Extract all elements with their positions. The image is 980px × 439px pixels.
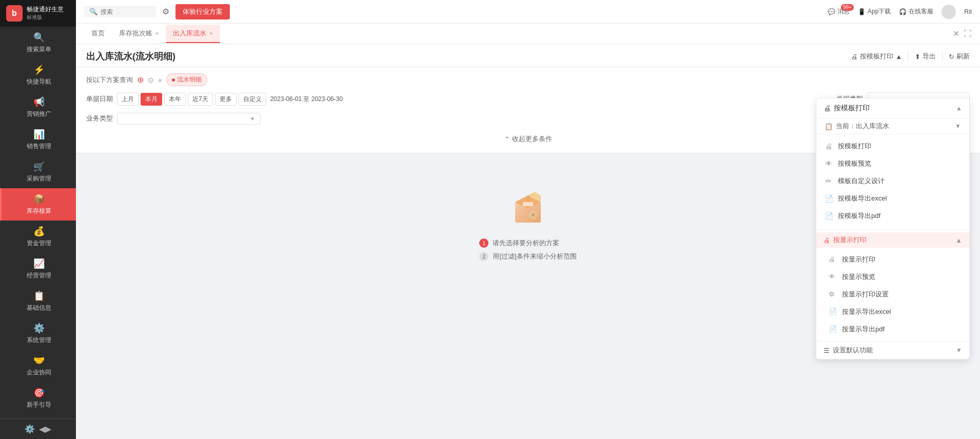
display-preview-item[interactable]: 👁 按显示预览 xyxy=(816,268,969,286)
display-print-label: 按显示打印 xyxy=(842,255,875,264)
dropdown-header: 🖨 按模板打印 ▲ xyxy=(816,98,969,118)
sidebar-item-appstore[interactable]: 🏪 应用中心 xyxy=(0,414,76,418)
user-avatar[interactable] xyxy=(942,5,956,19)
sidebar-item-operation[interactable]: 📈 经营管理 xyxy=(0,253,76,285)
app-download-button[interactable]: 📱 App下载 xyxy=(858,7,891,16)
basic-icon: 📋 xyxy=(33,290,45,302)
step2-text: 用[过滤]条件来缩小分析范围 xyxy=(493,252,576,261)
display-section-header: 🖨 按显示打印 ▲ xyxy=(816,232,969,248)
industry-solution-button[interactable]: 体验行业方案 xyxy=(175,4,230,19)
tab-home[interactable]: 首页 xyxy=(84,25,112,43)
display-print-item[interactable]: 🖨 按显示打印 xyxy=(816,251,969,268)
system-icon: ⚙️ xyxy=(33,323,45,334)
app-name-block: 畅捷通好生意 标准版 xyxy=(27,6,64,21)
prev-month-button[interactable]: 上月 xyxy=(117,93,139,106)
sidebar-item-operation-label: 经营管理 xyxy=(27,271,51,280)
refresh-button[interactable]: ↻ 刷新 xyxy=(949,52,970,61)
custom-date-button[interactable]: 自定义 xyxy=(239,93,266,106)
sidebar-scroll: 🔍 搜索菜单 ⚡ 快捷导航 📢 营销推广 📊 销售管理 🛒 采购管理 📦 库存核… xyxy=(0,27,76,418)
footer-settings[interactable]: ☰ 设置默认功能 xyxy=(824,346,873,355)
sidebar-item-system[interactable]: ⚙️ 系统管理 xyxy=(0,317,76,350)
display-settings-label: 按显示打印设置 xyxy=(842,290,889,299)
template-preview-item[interactable]: 👁 按模板预览 xyxy=(816,155,969,172)
page-title: 出入库流水(流水明细) xyxy=(86,50,175,63)
template-pdf-item[interactable]: 📄 按模板导出pdf xyxy=(816,207,969,225)
filter-settings-button[interactable]: ⊙ xyxy=(148,76,154,84)
display-pdf-label: 按显示导出pdf xyxy=(842,325,885,334)
sidebar-item-cooperation[interactable]: 🤝 企业协同 xyxy=(0,350,76,382)
online-service-button[interactable]: 🎧 在线客服 xyxy=(899,7,933,16)
dropdown-collapse-button[interactable]: ▲ xyxy=(956,105,962,112)
gear-icon[interactable]: ⚙ xyxy=(162,7,169,16)
template-section: 🖨 按模板打印 👁 按模板预览 ✏ 模板自定义设计 📄 按模板导出excel 📄 xyxy=(816,134,969,228)
export-icon: ⬆ xyxy=(915,53,920,61)
filter-tag[interactable]: 流水明细 xyxy=(166,73,207,86)
search-icon: 🔍 xyxy=(89,8,97,15)
display-section-collapse[interactable]: ▲ xyxy=(955,236,962,244)
app-download-label: App下载 xyxy=(868,7,891,16)
current-template-arrow[interactable]: ▼ xyxy=(955,123,961,130)
tabbar-actions: ✕ ⛶ xyxy=(953,29,972,38)
step1-number: 1 xyxy=(479,238,488,248)
display-print-icon: 🖨 xyxy=(829,255,837,264)
sidebar-settings-button[interactable]: ⚙️ xyxy=(25,424,35,434)
template-print-item[interactable]: 🖨 按模板打印 xyxy=(816,137,969,155)
sidebar-item-purchase[interactable]: 🛒 采购管理 xyxy=(0,156,76,188)
sidebar-item-inventory[interactable]: 📦 库存核算 xyxy=(0,188,76,221)
tab-batch-close-icon[interactable]: × xyxy=(155,30,159,36)
current-month-button[interactable]: 本月 xyxy=(141,93,162,106)
message-button[interactable]: 💬 消息 99+ xyxy=(828,7,850,16)
display-pdf-item[interactable]: 📄 按显示导出pdf xyxy=(816,321,969,338)
display-section-title: 🖨 按显示打印 xyxy=(824,235,867,245)
tab-close-button[interactable]: ✕ xyxy=(953,29,959,38)
topbar-search-box[interactable]: 🔍 xyxy=(84,6,156,17)
dropdown-footer: ☰ 设置默认功能 ▼ xyxy=(816,341,969,359)
template-custom-item[interactable]: ✏ 模板自定义设计 xyxy=(816,172,969,190)
sidebar-item-finance[interactable]: 💰 资金管理 xyxy=(0,221,76,253)
current-template-label: 当前：出入库流水 xyxy=(836,122,889,131)
tab-home-label: 首页 xyxy=(91,29,105,38)
phone-icon: 📱 xyxy=(858,8,866,15)
sidebar-item-search[interactable]: 🔍 搜索菜单 xyxy=(0,27,76,59)
username-label: Rit xyxy=(964,8,972,15)
display-excel-icon: 📄 xyxy=(829,308,837,316)
current-year-button[interactable]: 本年 xyxy=(164,93,186,106)
more-date-button[interactable]: 更多 xyxy=(215,93,237,106)
display-excel-item[interactable]: 📄 按显示导出excel xyxy=(816,303,969,321)
filter-header-text: 按以下方案查询 xyxy=(86,75,133,85)
tab-flow-close-icon[interactable]: × xyxy=(209,30,212,36)
footer-arrow: ▼ xyxy=(956,347,962,354)
sidebar-item-shortcut[interactable]: ⚡ 快捷导航 xyxy=(0,59,76,91)
display-section-title-label: 按显示打印 xyxy=(833,235,867,245)
print-template-button[interactable]: 🖨 按模板打印 ▲ xyxy=(851,52,902,61)
search-input[interactable] xyxy=(101,8,152,15)
sidebar-item-sales[interactable]: 📊 销售管理 xyxy=(0,124,76,156)
main-content: 🔍 ⚙ 体验行业方案 💬 消息 99+ 📱 App下载 🎧 在线客服 Rit xyxy=(76,0,980,439)
print-dropdown-panel: 🖨 按模板打印 ▲ 📋 当前：出入库流水 ▼ 🖨 按模板打印 xyxy=(816,98,970,360)
operation-icon: 📈 xyxy=(33,258,45,269)
display-section: 🖨 按显示打印 👁 按显示预览 ⚙ 按显示打印设置 📄 按显示导出excel 📄 xyxy=(816,248,969,341)
app-logo-icon: b xyxy=(6,5,23,22)
export-button[interactable]: ⬆ 导出 xyxy=(915,52,936,61)
last7-button[interactable]: 近7天 xyxy=(188,93,213,106)
sidebar-collapse-button[interactable]: ◀▶ xyxy=(39,424,51,434)
biztype-select[interactable]: ▼ xyxy=(117,113,261,125)
current-template-row: 📋 当前：出入库流水 ▼ xyxy=(816,118,969,134)
guide-icon: 🎯 xyxy=(33,387,45,398)
filter-collapse-button[interactable]: « xyxy=(158,76,162,84)
chevron-up-icon: ▲ xyxy=(895,53,902,61)
sidebar-item-guide[interactable]: 🎯 新手引导 xyxy=(0,382,76,414)
collapse-label: 收起更多条件 xyxy=(512,134,552,144)
sidebar-item-search-label: 搜索菜单 xyxy=(27,45,51,54)
tab-batch[interactable]: 库存批次账 × xyxy=(112,25,166,43)
sidebar-item-basic[interactable]: 📋 基础信息 xyxy=(0,285,76,317)
filter-add-button[interactable]: ⊕ xyxy=(137,75,144,85)
template-excel-item[interactable]: 📄 按模板导出excel xyxy=(816,190,969,207)
empty-steps: 1 请先选择要分析的方案 2 用[过滤]条件来缩小分析范围 xyxy=(479,238,576,261)
sidebar-item-marketing[interactable]: 📢 营销推广 xyxy=(0,91,76,124)
display-settings-item[interactable]: ⚙ 按显示打印设置 xyxy=(816,286,969,303)
message-icon: 💬 xyxy=(828,8,835,15)
tab-expand-button[interactable]: ⛶ xyxy=(964,29,972,38)
edit-icon: ✏ xyxy=(825,177,833,185)
tab-flow[interactable]: 出入库流水 × xyxy=(166,25,220,43)
